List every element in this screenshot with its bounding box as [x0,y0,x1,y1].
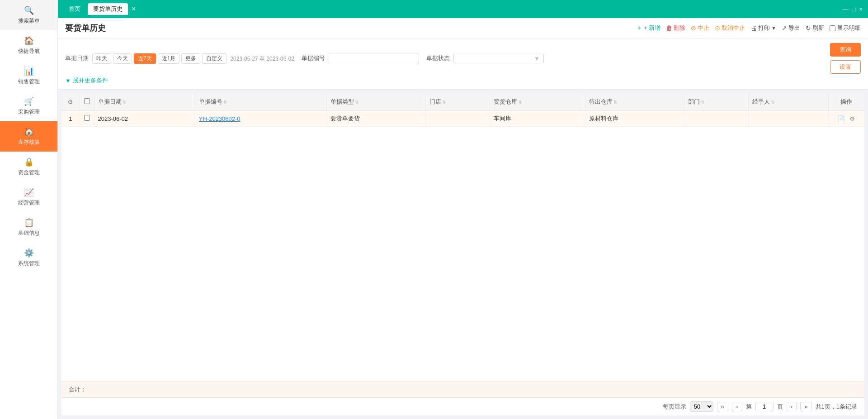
row-handler [748,111,828,127]
refresh-button[interactable]: ↻ 刷新 [806,24,824,32]
close-tab-icon[interactable]: × [132,5,136,13]
page-suffix: 页 [777,403,783,411]
table-footer: 合计： [61,381,864,397]
print-button[interactable]: 🖨 打印 ▼ [750,24,776,32]
next-page-btn[interactable]: › [787,402,797,411]
display-detail-toggle[interactable]: 显示明细 [830,24,861,32]
th-pending-warehouse: 待出仓库 ⇅ [585,93,684,111]
row-store [425,111,490,127]
sort-store-icon[interactable]: ⇅ [442,100,446,105]
sort-date-icon[interactable]: ⇅ [123,100,126,105]
sort-pendwh-icon[interactable]: ⇅ [613,100,617,105]
last-page-btn[interactable]: » [800,402,811,411]
sidebar-item-finance[interactable]: 🔒 资金管理 [0,152,57,182]
date-btn-custom[interactable]: 自定义 [202,53,226,64]
sidebar-item-sales[interactable]: 📊 销售管理 [0,61,57,91]
inventory-icon: 🏠 [24,127,34,137]
sort-handler-icon[interactable]: ⇅ [771,100,774,105]
sidebar-item-system[interactable]: ⚙️ 系统管理 [0,243,57,273]
sidebar-item-basic[interactable]: 📋 基础信息 [0,212,57,243]
tab-home[interactable]: 首页 [63,3,86,15]
sidebar-item-label: 资金管理 [18,169,40,176]
tab-current[interactable]: 要货单历史 [88,3,128,15]
status-select[interactable]: ▼ [453,54,544,63]
th-store: 门店 ⇅ [425,93,490,111]
export-icon: ↗ [782,24,787,32]
th-type: 单据类型 ⇅ [326,93,425,111]
add-icon: ＋ [636,24,642,32]
main-content: 首页 要货单历史 × — □ × 要货单历史 ＋ + 新增 🗑 删除 [58,0,868,419]
page-input[interactable] [755,402,774,411]
topbar: 首页 要货单历史 × — □ × [58,0,868,18]
table-settings-icon[interactable]: ⚙ [67,98,73,105]
sidebar-item-label: 采购管理 [18,108,40,116]
cancel-stop-button[interactable]: ⊙ 取消中止 [715,24,745,32]
expand-more-btn[interactable]: ▼ 展开更多条件 [65,76,861,85]
row-delete-icon[interactable]: ⚙ [849,115,855,122]
cart-icon: 🛒 [24,96,34,106]
set-button[interactable]: 设置 [830,60,861,74]
lock-icon: 🔒 [24,157,34,167]
stop-icon: ⊘ [691,24,696,32]
add-button[interactable]: ＋ + 新增 [636,24,660,32]
per-page-select[interactable]: 50 10 20 100 [690,401,713,412]
total-info: 共1页，1条记录 [816,403,857,411]
sort-orderno-icon[interactable]: ⇅ [223,100,227,105]
table-wrap: ⚙ 单据日期 ⇅ [61,93,864,397]
sidebar-item-quicknav[interactable]: 🏠 快捷导航 [0,30,57,61]
delete-button[interactable]: 🗑 删除 [666,24,685,32]
date-label: 单据日期 [65,54,89,62]
table-header-row: ⚙ 单据日期 ⇅ [61,93,864,111]
footer-label: 合计： [69,386,86,393]
export-button[interactable]: ↗ 导出 [782,24,800,32]
chart-icon: 📊 [24,66,34,76]
window-close-icon[interactable]: × [859,6,863,13]
th-settings: ⚙ [61,93,80,111]
date-filter-group: 单据日期 昨天 今天 近7天 近1月 更多 自定义 2023-05-27 至 2… [65,53,294,64]
expand-icon: ▼ [65,77,71,84]
minimize-icon[interactable]: — [843,6,849,13]
row-dept [684,111,749,127]
home-icon: 🏠 [24,36,34,46]
prev-page-btn[interactable]: ‹ [732,402,742,411]
sidebar-item-operations[interactable]: 📈 经营管理 [0,182,57,212]
sidebar-item-label: 快捷导航 [18,48,40,55]
sidebar-item-label: 库存核算 [18,138,40,146]
th-ops: 操作 [828,93,864,111]
sidebar-item-purchase[interactable]: 🛒 采购管理 [0,91,57,121]
status-label: 单据状态 [426,54,450,62]
stop-button[interactable]: ⊘ 中止 [691,24,709,32]
status-filter-group: 单据状态 ▼ [426,54,544,63]
date-btn-today[interactable]: 今天 [113,53,132,64]
page: 要货单历史 ＋ + 新增 🗑 删除 ⊘ 中止 ⊙ 取消中止 [58,18,868,419]
row-ops: 📄 ⚙ [828,111,864,127]
th-checkbox [80,93,94,111]
status-dropdown-icon: ▼ [534,55,540,62]
query-button[interactable]: 查询 [830,43,861,57]
date-btn-1month[interactable]: 近1月 [158,53,180,64]
maximize-icon[interactable]: □ [852,6,856,13]
display-detail-checkbox[interactable] [830,25,835,31]
sort-dept-icon[interactable]: ⇅ [701,100,704,105]
sort-reqwh-icon[interactable]: ⇅ [518,100,522,105]
sidebar-item-inventory[interactable]: 🏠 库存核算 [0,121,57,152]
date-btn-yesterday[interactable]: 昨天 [92,53,111,64]
sort-type-icon[interactable]: ⇅ [355,100,359,105]
order-no-input[interactable] [329,53,419,64]
sidebar-item-label: 销售管理 [18,78,40,86]
row-checkbox[interactable] [84,115,90,121]
data-table: ⚙ 单据日期 ⇅ [61,93,864,127]
first-page-btn[interactable]: « [717,402,728,411]
date-btn-more[interactable]: 更多 [181,53,200,64]
order-no-link[interactable]: YH-20230602-0 [199,115,241,122]
row-edit-icon[interactable]: 📄 [838,115,845,122]
print-dropdown-icon[interactable]: ▼ [771,25,776,31]
page-label: 第 [746,403,752,411]
date-btn-7days[interactable]: 近7天 [134,53,156,64]
per-page-label: 每页显示 [663,403,686,411]
page-title: 要货单历史 [65,23,106,33]
select-all-checkbox[interactable] [84,98,90,104]
sidebar-item-search[interactable]: 🔍 搜索菜单 [0,0,57,30]
pagination: 每页显示 50 10 20 100 « ‹ 第 页 › » 共1页，1条记录 [61,397,864,415]
th-order-no: 单据编号 ⇅ [195,93,326,111]
